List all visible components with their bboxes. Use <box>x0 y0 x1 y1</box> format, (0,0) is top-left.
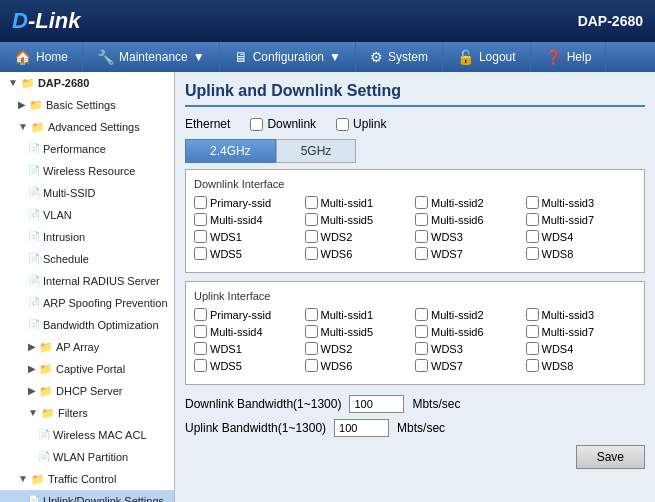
dl-cb-3-2[interactable] <box>415 247 428 260</box>
dl-cb-0-0[interactable] <box>194 196 207 209</box>
dl-cb-3-0[interactable] <box>194 247 207 260</box>
ul-cb-1-0[interactable] <box>194 325 207 338</box>
ul-cb-0-2[interactable] <box>415 308 428 321</box>
sidebar-captive-portal[interactable]: ▶ 📁 Captive Portal <box>0 358 174 380</box>
save-button[interactable]: Save <box>576 445 645 469</box>
doc-icon1: 📄 <box>28 140 40 158</box>
tab-24ghz[interactable]: 2.4GHz <box>185 139 276 163</box>
ul-cb-0-0[interactable] <box>194 308 207 321</box>
sidebar-traffic-control[interactable]: ▼ 📁 Traffic Control <box>0 468 174 490</box>
sidebar-wlan-partition[interactable]: 📄 WLAN Partition <box>0 446 174 468</box>
sidebar-wireless-label: Wireless Resource <box>43 162 135 180</box>
expand-icon3: ▼ <box>18 118 28 136</box>
system-icon: ⚙ <box>370 49 383 65</box>
nav-home-label: Home <box>36 50 68 64</box>
ul-cb-1-1[interactable] <box>305 325 318 338</box>
dl-cell-2-1: WDS2 <box>305 230 416 243</box>
downlink-bw-input[interactable]: 100 <box>349 395 404 413</box>
ul-cb-1-3[interactable] <box>526 325 539 338</box>
dl-cb-1-1[interactable] <box>305 213 318 226</box>
dl-cb-0-2[interactable] <box>415 196 428 209</box>
ul-cb-2-1[interactable] <box>305 342 318 355</box>
dl-cb-2-1[interactable] <box>305 230 318 243</box>
ethernet-label: Ethernet <box>185 117 230 131</box>
sidebar-traffic-label: Traffic Control <box>48 470 116 488</box>
sidebar-vlan-label: VLAN <box>43 206 72 224</box>
downlink-interface-box: Downlink Interface Primary-ssid Multi-ss… <box>185 169 645 273</box>
sidebar-multissid-label: Multi-SSID <box>43 184 96 202</box>
ul-cell-1-0: Multi-ssid4 <box>194 325 305 338</box>
dl-cb-2-2[interactable] <box>415 230 428 243</box>
ul-cb-2-0[interactable] <box>194 342 207 355</box>
dl-cb-2-3[interactable] <box>526 230 539 243</box>
dl-cell-2-0: WDS1 <box>194 230 305 243</box>
doc-icon11: 📄 <box>38 448 50 466</box>
ul-cb-1-2[interactable] <box>415 325 428 338</box>
nav-maintenance[interactable]: 🔧 Maintenance ▼ <box>83 42 220 72</box>
nav-home[interactable]: 🏠 Home <box>0 42 83 72</box>
nav-logout[interactable]: 🔓 Logout <box>443 42 531 72</box>
help-icon: ❓ <box>545 49 562 65</box>
sidebar-dhcp[interactable]: ▶ 📁 DHCP Server <box>0 380 174 402</box>
downlink-row-0: Primary-ssid Multi-ssid1 Multi-ssid2 Mul… <box>194 196 636 209</box>
maintenance-icon: 🔧 <box>97 49 114 65</box>
nav-configuration[interactable]: 🖥 Configuration ▼ <box>220 42 356 72</box>
nav-help[interactable]: ❓ Help <box>531 42 607 72</box>
expand-icon2: ▶ <box>18 96 26 114</box>
ul-cb-3-2[interactable] <box>415 359 428 372</box>
nav-system[interactable]: ⚙ System <box>356 42 443 72</box>
dl-cell-3-1: WDS6 <box>305 247 416 260</box>
sidebar-item-advanced-settings[interactable]: ▼ 📁 Advanced Settings <box>0 116 174 138</box>
ul-cell-3-2: WDS7 <box>415 359 526 372</box>
sidebar-radius[interactable]: 📄 Internal RADIUS Server <box>0 270 174 292</box>
sidebar-vlan[interactable]: 📄 VLAN <box>0 204 174 226</box>
dl-cb-1-3[interactable] <box>526 213 539 226</box>
dl-cell-1-1: Multi-ssid5 <box>305 213 416 226</box>
sidebar-filters[interactable]: ▼ 📁 Filters <box>0 402 174 424</box>
chevron-down-icon: ▼ <box>193 50 205 64</box>
doc-icon8: 📄 <box>28 294 40 312</box>
sidebar-wireless-resource[interactable]: 📄 Wireless Resource <box>0 160 174 182</box>
sidebar-arp[interactable]: 📄 ARP Spoofing Prevention <box>0 292 174 314</box>
tab-5ghz[interactable]: 5GHz <box>276 139 357 163</box>
sidebar-ap-array[interactable]: ▶ 📁 AP Array <box>0 336 174 358</box>
dl-cb-2-0[interactable] <box>194 230 207 243</box>
sidebar-root-label: DAP-2680 <box>38 74 89 92</box>
downlink-checkbox[interactable] <box>250 118 263 131</box>
ul-cell-3-0: WDS5 <box>194 359 305 372</box>
sidebar-intrusion[interactable]: 📄 Intrusion <box>0 226 174 248</box>
dl-cb-1-0[interactable] <box>194 213 207 226</box>
ul-cb-0-1[interactable] <box>305 308 318 321</box>
doc-icon10: 📄 <box>38 426 50 444</box>
sidebar-root[interactable]: ▼ 📁 DAP-2680 <box>0 72 174 94</box>
ul-cell-2-2: WDS3 <box>415 342 526 355</box>
ul-cell-0-0: Primary-ssid <box>194 308 305 321</box>
dl-cell-3-0: WDS5 <box>194 247 305 260</box>
sidebar-bandwidth-opt[interactable]: 📄 Bandwidth Optimization <box>0 314 174 336</box>
ul-cb-2-2[interactable] <box>415 342 428 355</box>
uplink-bw-input[interactable]: 100 <box>334 419 389 437</box>
sidebar-multi-ssid[interactable]: 📄 Multi-SSID <box>0 182 174 204</box>
dl-cb-3-1[interactable] <box>305 247 318 260</box>
dl-cb-3-3[interactable] <box>526 247 539 260</box>
home-icon: 🏠 <box>14 49 31 65</box>
chevron-down-icon2: ▼ <box>329 50 341 64</box>
uplink-checkbox[interactable] <box>336 118 349 131</box>
ul-cb-2-3[interactable] <box>526 342 539 355</box>
dl-cb-1-2[interactable] <box>415 213 428 226</box>
ul-cell-0-2: Multi-ssid2 <box>415 308 526 321</box>
sidebar-schedule[interactable]: 📄 Schedule <box>0 248 174 270</box>
ul-cb-3-1[interactable] <box>305 359 318 372</box>
sidebar-wireless-mac[interactable]: 📄 Wireless MAC ACL <box>0 424 174 446</box>
sidebar-uplink-downlink[interactable]: 📄 Uplink/Downlink Settings <box>0 490 174 502</box>
dl-cb-0-1[interactable] <box>305 196 318 209</box>
dl-cb-0-3[interactable] <box>526 196 539 209</box>
ul-cb-3-0[interactable] <box>194 359 207 372</box>
downlink-row-2: WDS1 WDS2 WDS3 WDS4 <box>194 230 636 243</box>
ul-cb-3-3[interactable] <box>526 359 539 372</box>
expand-icon5: ▶ <box>28 360 36 378</box>
model-label: DAP-2680 <box>578 13 643 29</box>
sidebar-performance[interactable]: 📄 Performance <box>0 138 174 160</box>
ul-cb-0-3[interactable] <box>526 308 539 321</box>
sidebar-item-basic-settings[interactable]: ▶ 📁 Basic Settings <box>0 94 174 116</box>
